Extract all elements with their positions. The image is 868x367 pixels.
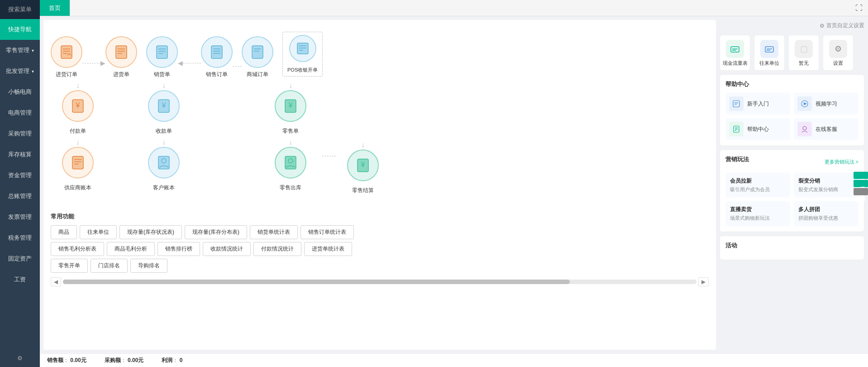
marketing-title: 营销玩法 [725, 155, 749, 164]
sidebar-item-ecom[interactable]: 电商管理 [0, 102, 40, 123]
quick-tile-settings[interactable]: ⚙ 设置 [823, 35, 854, 71]
help-item-beginner[interactable]: 新手入门 [725, 93, 790, 115]
sidebar-item-invoice[interactable]: 发票管理 [0, 207, 40, 227]
btn-commodity-gross[interactable]: 商品毛利分析 [107, 242, 155, 256]
partners-label: 往来单位 [759, 60, 779, 67]
customer-ledger-icon[interactable] [148, 147, 180, 179]
customer-ledger-label: 客户账本 [153, 184, 175, 192]
float-desktop-shortcut[interactable]: 桌面快捷 [854, 188, 868, 195]
btn-sales-order-stats[interactable]: 销售订单统计表 [300, 225, 354, 239]
sidebar: 搜索菜单 快捷导航 零售管理 ▾ 批发管理 ▾ 小畅电商 电商管理 采购管理 库… [0, 0, 40, 367]
retail-outbound-icon[interactable] [275, 147, 306, 179]
stat-sales-label: 销售额 [47, 357, 63, 363]
sidebar-item-quick-nav[interactable]: 快捷导航 [0, 19, 40, 40]
tab-home[interactable]: 首页 [40, 0, 70, 16]
marketing-member[interactable]: 会员拉新 吸引用户成为会员 [725, 173, 790, 198]
pos-icon[interactable] [289, 35, 316, 62]
sidebar-search[interactable]: 搜索菜单 [0, 0, 40, 19]
empty-label: 暂无 [799, 60, 809, 67]
marketing-fission[interactable]: 裂变分销 裂变式发展分销商 [794, 173, 858, 198]
sidebar-item-wholesale-mgmt[interactable]: 批发管理 ▾ [0, 61, 40, 82]
chevron-down-icon: ▾ [32, 48, 34, 53]
sidebar-settings-button[interactable]: ⚙ [0, 349, 40, 367]
customize-bar[interactable]: ⚙ 首页自定义设置 [720, 20, 864, 31]
btn-guide-ranking[interactable]: 导购排名 [130, 259, 167, 273]
retail-checkout-icon[interactable]: ¥ [347, 150, 379, 181]
purchase-bill-icon[interactable] [105, 36, 137, 68]
mall-order-icon[interactable] [242, 36, 273, 68]
help-item-help[interactable]: 帮助中心 [725, 118, 790, 140]
pos-label: POS收银开单 [287, 67, 318, 73]
stat-purchase-label: 采购额 [105, 357, 121, 363]
sidebar-item-inventory[interactable]: 库存核算 [0, 144, 40, 165]
arrow-down-3: ↓ [289, 82, 292, 89]
retail-order-icon[interactable]: ¥ [275, 90, 306, 122]
purchase-order-icon[interactable] [51, 36, 82, 68]
marketing-live[interactable]: 直播卖货 场景式购物新玩法 [725, 201, 790, 226]
btn-sales-gross[interactable]: 销售毛利分析表 [51, 242, 104, 256]
scroll-right-btn[interactable]: ▶ [698, 277, 709, 286]
svg-text:¥: ¥ [361, 161, 365, 169]
activity-title: 活动 [725, 241, 858, 250]
mall-order-label: 商城订单 [247, 71, 268, 78]
float-community[interactable]: 服务社区 [854, 180, 868, 187]
btn-store-ranking[interactable]: 门店排名 [91, 259, 128, 273]
scroll-track[interactable] [63, 280, 696, 284]
btn-partners[interactable]: 往来单位 [80, 225, 117, 239]
help-center-label: 帮助中心 [747, 126, 769, 133]
btn-sales-bill-stats[interactable]: 销货单统计表 [250, 225, 298, 239]
sidebar-item-finance[interactable]: 资金管理 [0, 165, 40, 186]
flow-node-mall-order: 商城订单 [242, 36, 273, 78]
svg-rect-39 [731, 47, 739, 52]
scroll-left-btn[interactable]: ◀ [51, 277, 61, 286]
supplier-ledger-icon[interactable] [62, 147, 94, 179]
svg-text:¥: ¥ [288, 101, 293, 109]
btn-inventory-status[interactable]: 现存量(库存状况表) [119, 225, 182, 239]
sidebar-item-fixed-assets[interactable]: 固定资产 [0, 248, 40, 269]
svg-text:¥: ¥ [76, 101, 80, 109]
marketing-more[interactable]: 更多营销玩法 > [825, 159, 858, 165]
expand-icon[interactable]: ⛶ [850, 4, 868, 12]
stat-purchase: 采购额： 0.00元 [105, 357, 144, 364]
svg-point-54 [803, 126, 806, 130]
svg-rect-19 [297, 43, 308, 54]
marketing-group[interactable]: 多人拼团 拼团购物享受优惠 [794, 201, 858, 226]
sidebar-item-retail-mgmt[interactable]: 零售管理 ▾ [0, 40, 40, 61]
purchase-order-label: 进货订单 [56, 71, 77, 78]
customize-label: 首页自定义设置 [826, 22, 864, 29]
btn-payment-stats[interactable]: 付款情况统计 [253, 242, 301, 256]
btn-sales-ranking[interactable]: 销售排行榜 [157, 242, 200, 256]
btn-commodity[interactable]: 商品 [51, 225, 77, 239]
receipt-bill-icon[interactable]: ¥ [148, 90, 180, 122]
chevron-down-icon: ▾ [32, 69, 34, 74]
quick-tile-cashflow[interactable]: 现金流量表 [720, 35, 750, 71]
sidebar-item-payroll[interactable]: 工资 [0, 269, 40, 290]
common-functions-title: 常用功能 [51, 212, 709, 221]
stat-profit-label: 利润 [162, 357, 172, 363]
flow-node-sales-bill: 销货单 [146, 36, 178, 78]
sales-order-icon[interactable] [201, 36, 233, 68]
btn-purchase-stats[interactable]: 进货单统计表 [304, 242, 352, 256]
retail-outbound-label: 零售出库 [280, 184, 301, 192]
sales-bill-icon[interactable] [146, 36, 178, 68]
quick-tile-empty[interactable]: ▢ 暂无 [788, 35, 819, 71]
sidebar-item-purchase[interactable]: 采购管理 [0, 123, 40, 144]
sidebar-item-xiaochang[interactable]: 小畅电商 [0, 82, 40, 102]
arrow-down-4: ↓ [76, 139, 80, 146]
btn-retail-order[interactable]: 零售开单 [51, 259, 88, 273]
settings-label: 设置 [833, 60, 843, 67]
float-customer-service[interactable]: 客服热线 [854, 172, 868, 179]
btn-receipt-stats[interactable]: 收款情况统计 [203, 242, 251, 256]
help-item-video[interactable]: 视频学习 [794, 93, 858, 115]
payment-bill-icon[interactable]: ¥ [62, 90, 94, 122]
support-icon [797, 122, 812, 136]
sidebar-item-ledger[interactable]: 总账管理 [0, 186, 40, 207]
btn-inventory-dist[interactable]: 现存量(库存分布表) [185, 225, 247, 239]
flow-node-purchase-order: 进货订单 [51, 36, 82, 78]
quick-tile-partners[interactable]: 往来单位 [754, 35, 785, 71]
svg-rect-8 [157, 46, 167, 58]
sales-bill-label: 销货单 [154, 71, 170, 78]
support-label: 在线客服 [816, 126, 837, 133]
sidebar-item-tax[interactable]: 税务管理 [0, 227, 40, 248]
help-item-support[interactable]: 在线客服 [794, 118, 858, 140]
